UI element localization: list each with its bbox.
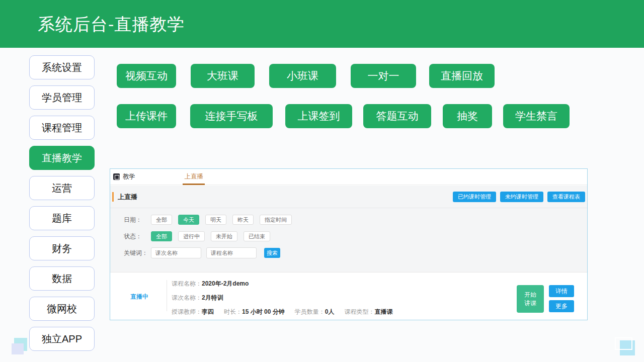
course-name-input[interactable] xyxy=(206,247,257,258)
lesson-name-line: 课次名称： 2月特训 xyxy=(172,291,403,305)
student-count-label: 学员数量： xyxy=(295,308,325,316)
sidebar-item-operations[interactable]: 运营 xyxy=(29,176,95,200)
feature-one-on-one[interactable]: 一对一 xyxy=(351,64,416,88)
feature-small-class[interactable]: 小班课 xyxy=(269,64,336,88)
feature-row-1: 视频互动 大班课 小班课 一对一 直播回放 xyxy=(117,64,570,88)
course-name-line: 课程名称： 2020年-2月demo xyxy=(172,277,403,291)
view-timetable-button[interactable]: 查看课程表 xyxy=(547,192,585,202)
feature-class-checkin[interactable]: 上课签到 xyxy=(285,104,352,128)
filter-area: 日期： 全部 今天 明天 昨天 指定时间 状态： 全部 进行中 未开始 已结束 … xyxy=(110,208,587,258)
decor-square-outline-right xyxy=(615,337,632,350)
panel-body: 上直播 已约课时管理 未约课时管理 查看课程表 日期： 全部 今天 明天 昨天 … xyxy=(110,186,587,272)
search-button[interactable]: 搜索 xyxy=(264,248,280,258)
status-filter-label: 状态： xyxy=(124,232,148,241)
tab-go-live[interactable]: 上直播 xyxy=(183,169,205,185)
status-option-all[interactable]: 全部 xyxy=(151,231,172,241)
duration-value: 15 小时 00 分钟 xyxy=(242,308,285,316)
date-option-yesterday[interactable]: 昨天 xyxy=(232,215,254,225)
date-option-all[interactable]: 全部 xyxy=(151,215,172,225)
live-class-panel: 教学 上直播 上直播 已约课时管理 未约课时管理 查看课程表 日期： 全部 今天… xyxy=(110,168,588,320)
course-type-label: 课程类型： xyxy=(344,308,374,316)
orange-accent-bar xyxy=(112,192,114,202)
section-header: 上直播 已约课时管理 未约课时管理 查看课程表 xyxy=(110,186,587,208)
feature-large-class[interactable]: 大班课 xyxy=(191,64,255,88)
course-row: 直播中 课程名称： 2020年-2月demo 课次名称： 2月特训 授课教师： … xyxy=(110,272,587,320)
student-count-meta: 学员数量： 0人 xyxy=(295,308,335,316)
keyword-filter-label: 关键词： xyxy=(124,249,148,257)
feature-video-interaction[interactable]: 视频互动 xyxy=(117,64,176,88)
keyword-filter-row: 关键词： 搜索 xyxy=(124,248,587,258)
feature-mute-students[interactable]: 学生禁言 xyxy=(503,104,570,128)
date-option-today[interactable]: 今天 xyxy=(178,215,199,225)
sidebar: 系统设置 学员管理 课程管理 直播教学 运营 题库 财务 数据 微网校 独立AP… xyxy=(29,55,95,357)
tab-active-underline xyxy=(183,184,205,185)
row-divider xyxy=(167,280,167,311)
feature-buttons: 视频互动 大班课 小班课 一对一 直播回放 上传课件 连接手写板 上课签到 答题… xyxy=(117,64,570,144)
section-title: 上直播 xyxy=(118,186,137,208)
sidebar-item-course-management[interactable]: 课程管理 xyxy=(29,116,95,140)
course-name-label: 课程名称： xyxy=(172,280,202,288)
feature-row-2: 上传课件 连接手写板 上课签到 答题互动 抽奖 学生禁言 xyxy=(117,104,570,128)
feature-connect-tablet[interactable]: 连接手写板 xyxy=(190,104,273,128)
feature-quiz-interaction[interactable]: 答题互动 xyxy=(363,104,431,128)
sidebar-item-live-teaching[interactable]: 直播教学 xyxy=(29,146,95,170)
teacher-value: 李四 xyxy=(202,308,214,316)
course-name-value: 2020年-2月demo xyxy=(202,280,249,288)
more-button[interactable]: 更多 xyxy=(549,300,574,312)
sidebar-item-micro-school[interactable]: 微网校 xyxy=(29,297,95,321)
teacher-meta: 授课教师： 李四 xyxy=(172,308,214,316)
unbooked-lessons-button[interactable]: 未约课时管理 xyxy=(500,192,543,202)
sidebar-item-question-bank[interactable]: 题库 xyxy=(29,206,95,230)
decor-square-lavender-left xyxy=(12,343,24,354)
date-filter-row: 日期： 全部 今天 明天 昨天 指定时间 xyxy=(124,215,587,225)
sidebar-item-data[interactable]: 数据 xyxy=(29,266,95,291)
feature-upload-courseware[interactable]: 上传课件 xyxy=(117,104,176,128)
app-label: 教学 xyxy=(123,172,135,181)
sidebar-item-standalone-app[interactable]: 独立APP xyxy=(29,327,95,351)
duration-meta: 时长： 15 小时 00 分钟 xyxy=(224,308,285,316)
live-status-badge: 直播中 xyxy=(130,293,148,301)
page-title: 系统后台-直播教学 xyxy=(38,13,185,36)
sidebar-item-finance[interactable]: 财务 xyxy=(29,236,95,260)
teacher-label: 授课教师： xyxy=(172,308,202,316)
start-teaching-button[interactable]: 开始讲课 xyxy=(517,285,544,313)
page-header: 系统后台-直播教学 xyxy=(0,0,644,48)
sidebar-item-system-settings[interactable]: 系统设置 xyxy=(29,55,95,79)
date-option-tomorrow[interactable]: 明天 xyxy=(205,215,226,225)
course-details: 课程名称： 2020年-2月demo 课次名称： 2月特训 授课教师： 李四 时… xyxy=(172,277,403,319)
status-option-not-started[interactable]: 未开始 xyxy=(211,231,237,241)
sidebar-item-student-management[interactable]: 学员管理 xyxy=(29,85,95,110)
status-option-ended[interactable]: 已结束 xyxy=(244,231,270,241)
feature-lottery[interactable]: 抽奖 xyxy=(443,104,492,128)
course-type-meta: 课程类型： 直播课 xyxy=(344,308,392,316)
date-option-custom[interactable]: 指定时间 xyxy=(260,215,292,225)
feature-live-replay[interactable]: 直播回放 xyxy=(429,64,495,88)
panel-tabbar: 教学 上直播 xyxy=(110,169,587,185)
lesson-name-value: 2月特训 xyxy=(202,294,223,302)
lesson-name-label: 课次名称： xyxy=(172,294,202,302)
course-type-value: 直播课 xyxy=(374,308,392,316)
course-meta-line: 授课教师： 李四 时长： 15 小时 00 分钟 学员数量： 0人 课程类型： … xyxy=(172,305,403,319)
status-filter-row: 状态： 全部 进行中 未开始 已结束 xyxy=(124,231,587,241)
section-actions: 已约课时管理 未约课时管理 查看课程表 xyxy=(449,192,585,202)
detail-button[interactable]: 详情 xyxy=(549,285,574,297)
duration-label: 时长： xyxy=(224,308,242,316)
date-filter-label: 日期： xyxy=(124,216,148,224)
status-option-ongoing[interactable]: 进行中 xyxy=(178,231,205,241)
student-count-value: 0人 xyxy=(325,308,335,316)
teaching-logo-icon xyxy=(113,173,120,180)
booked-lessons-button[interactable]: 已约课时管理 xyxy=(453,192,496,202)
lesson-name-input[interactable] xyxy=(151,247,201,258)
